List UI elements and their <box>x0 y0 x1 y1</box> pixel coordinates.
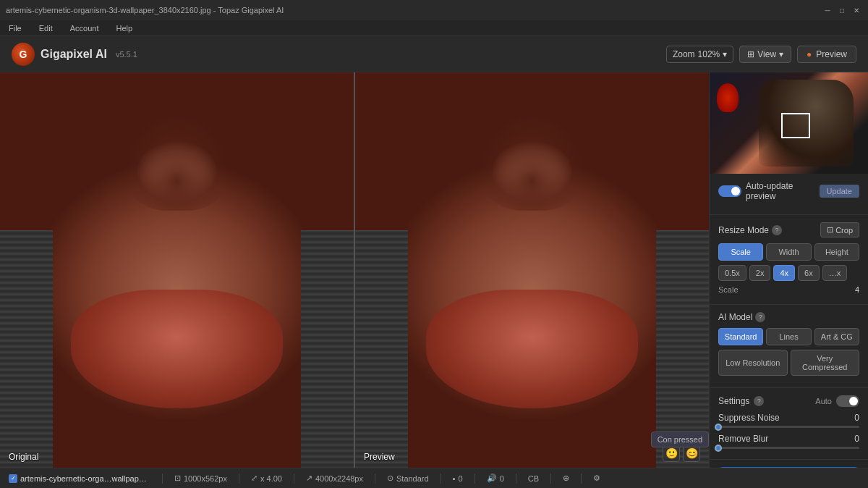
status-settings-icon-item[interactable]: ⚙ <box>593 474 600 483</box>
toolbar: G Gigapixel AI v5.5.1 Zoom 102% ▾ ⊞ View… <box>0 36 868 72</box>
scale-mode-button[interactable]: Scale <box>718 243 763 261</box>
scale-4x-button[interactable]: 4x <box>773 265 795 281</box>
auto-update-row: Auto-update preview Update <box>718 181 859 201</box>
status-sep-2 <box>239 474 239 484</box>
remove-blur-slider-row <box>718 447 859 449</box>
close-button[interactable]: ✕ <box>851 4 862 16</box>
ai-model-title: AI Model <box>718 312 752 322</box>
ai-model-help-icon[interactable]: ? <box>755 312 765 322</box>
logo-area: G Gigapixel AI v5.5.1 <box>12 43 658 66</box>
remove-blur-label: Remove Blur <box>718 434 768 444</box>
mech-left-decor2 <box>355 230 408 468</box>
status-scale-item: ⤢ x 4.00 <box>251 474 282 483</box>
file-checkbox[interactable]: ✓ <box>9 474 17 483</box>
nose-shadow-decor <box>124 112 230 211</box>
menu-edit[interactable]: Edit <box>36 22 56 34</box>
status-val2: 0 <box>500 474 504 483</box>
status-sep-4 <box>375 474 375 484</box>
window-title: artemis-cybernetic-organism-3d-wallpaper… <box>6 6 822 14</box>
status-val1: 0 <box>459 474 463 483</box>
input-size-icon: ⊡ <box>174 474 181 483</box>
status-sep-5 <box>441 474 441 484</box>
color-icon: ⊕ <box>563 474 569 483</box>
model-low-res-button[interactable]: Low Resolution <box>718 350 788 376</box>
thumbnail-area <box>710 72 868 174</box>
model-standard-button[interactable]: Standard <box>718 328 763 345</box>
zoom-control[interactable]: Zoom 102% ▾ <box>666 46 733 63</box>
settings-section: Settings ? Auto Suppress Noise 0 <box>710 388 868 460</box>
mech-left-decor <box>0 230 53 468</box>
ai-model-section: AI Model ? Standard Lines Art & CG Low R… <box>710 305 868 388</box>
thumb-red-decor <box>717 83 739 112</box>
maximize-button[interactable]: □ <box>836 4 848 16</box>
status-output-size-item: ↗ 4000x2248px <box>306 474 363 483</box>
status-sep-7 <box>516 474 516 484</box>
toolbar-right: Zoom 102% ▾ ⊞ View ▾ ● Preview <box>666 46 856 63</box>
status-model: Standard <box>396 474 429 483</box>
menu-help[interactable]: Help <box>113 22 135 34</box>
remove-blur-slider[interactable] <box>718 447 859 449</box>
save-image-button[interactable]: 💾 Save Image <box>718 467 859 468</box>
remove-blur-row: Remove Blur 0 <box>718 434 859 449</box>
update-button[interactable]: Update <box>820 185 859 198</box>
right-panel: Auto-update preview Update Resize Mode ?… <box>709 72 868 468</box>
ai-model-bottom-row: Low Resolution Very Compressed <box>718 350 859 376</box>
suppress-noise-slider[interactable] <box>718 426 859 428</box>
model-art-cg-button[interactable]: Art & CG <box>814 328 859 345</box>
scale-value-row: Scale 4 <box>718 285 859 294</box>
main-area: Original Preview 🙂 😊 Con pressed <box>0 72 868 468</box>
mech-right-decor <box>301 230 354 468</box>
status-sep-6 <box>475 474 475 484</box>
status-cb-label: CB <box>528 474 539 483</box>
settings-title: Settings <box>718 396 749 406</box>
nose-shadow-decor2 <box>479 112 585 211</box>
model-very-compressed-button[interactable]: Very Compressed <box>791 350 860 376</box>
status-sep-3 <box>294 474 294 484</box>
height-mode-button[interactable]: Height <box>814 243 859 261</box>
remove-blur-header: Remove Blur 0 <box>718 434 859 444</box>
status-checkbox-item: ✓ artemis-cybernetic-orga…wallpaper_3840… <box>9 474 150 483</box>
auto-update-toggle[interactable] <box>718 185 741 197</box>
scale-value: 4 <box>855 285 859 294</box>
resize-mode-help-icon[interactable]: ? <box>772 225 782 235</box>
menu-account[interactable]: Account <box>67 22 102 34</box>
status-sep-8 <box>550 474 551 484</box>
scale-options-row: 0.5x 2x 4x 6x …x <box>718 265 859 281</box>
suppress-noise-thumb[interactable] <box>715 424 722 431</box>
scale-label: Scale <box>718 285 739 294</box>
thumbnail-selection[interactable] <box>781 113 810 138</box>
scale-0-5x-button[interactable]: 0.5x <box>718 265 746 281</box>
resize-mode-header: Resize Mode ? ⊡ Crop <box>718 222 859 237</box>
settings-help-icon[interactable]: ? <box>754 396 764 406</box>
crop-label: Crop <box>835 226 853 235</box>
settings-icon: ⚙ <box>593 474 600 483</box>
auto-settings-toggle[interactable] <box>836 395 859 407</box>
model-lines-button[interactable]: Lines <box>766 328 811 345</box>
remove-blur-thumb[interactable] <box>715 445 722 452</box>
scale-custom-button[interactable]: …x <box>822 265 848 281</box>
window-controls: ─ □ ✕ <box>822 4 862 16</box>
preview-label: Preview <box>816 49 847 59</box>
titlebar: artemis-cybernetic-organism-3d-wallpaper… <box>0 0 868 20</box>
status-input-size-item: ⊡ 1000x562px <box>174 474 227 483</box>
lip-detail-decor2 <box>426 290 638 408</box>
crop-button[interactable]: ⊡ Crop <box>820 222 859 237</box>
scale-6x-button[interactable]: 6x <box>798 265 820 281</box>
app-version: v5.5.1 <box>116 50 137 59</box>
image-area: Original Preview 🙂 😊 Con pressed <box>0 72 709 468</box>
auto-label: Auto <box>815 397 832 405</box>
status-sep-1 <box>162 474 163 484</box>
auto-update-label: Auto-update preview <box>746 181 815 201</box>
view-label: View <box>757 49 776 59</box>
scale-2x-button[interactable]: 2x <box>749 265 771 281</box>
width-mode-button[interactable]: Width <box>766 243 811 261</box>
ai-model-top-row: Standard Lines Art & CG <box>718 328 859 345</box>
status-output-size: 4000x2248px <box>315 474 363 483</box>
view-button[interactable]: ⊞ View ▾ <box>739 46 791 63</box>
zoom-chevron-icon: ▾ <box>723 49 727 59</box>
auto-update-section: Auto-update preview Update <box>710 174 868 215</box>
menu-file[interactable]: File <box>6 22 25 34</box>
minimize-button[interactable]: ─ <box>822 4 833 16</box>
preview-button[interactable]: ● Preview <box>797 46 856 63</box>
status-scale: x 4.00 <box>260 474 282 483</box>
